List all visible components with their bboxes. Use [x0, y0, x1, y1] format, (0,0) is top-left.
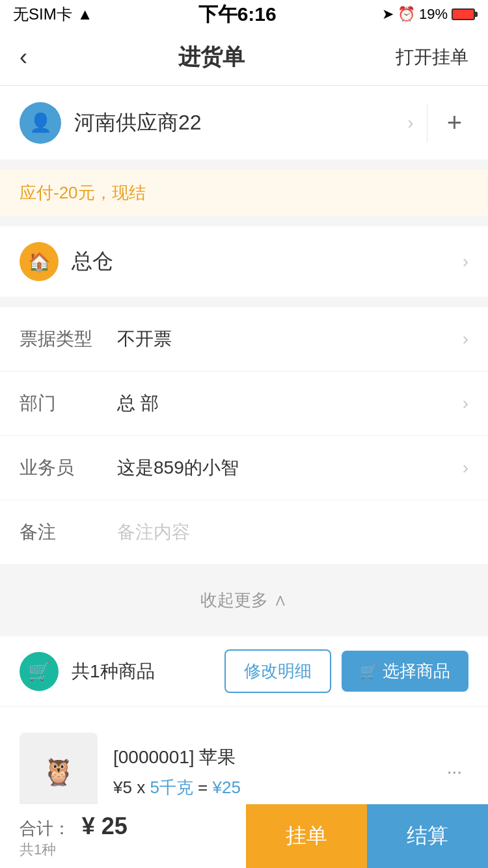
- settle-button[interactable]: 结算: [367, 804, 488, 868]
- quantity: 5千克: [150, 778, 193, 797]
- total-label: 合计：: [20, 819, 70, 838]
- location-icon: ➤: [382, 6, 394, 23]
- cart-icon: 🛒: [28, 660, 51, 682]
- note-row[interactable]: 备注 备注内容: [0, 500, 488, 564]
- note-value[interactable]: 备注内容: [117, 520, 468, 545]
- salesman-row[interactable]: 业务员 这是859的小智 ›: [0, 436, 488, 500]
- ticket-type-row[interactable]: 票据类型 不开票 ›: [0, 307, 488, 372]
- open-hang-button[interactable]: 打开挂单: [396, 45, 468, 70]
- warehouse-row[interactable]: 🏠 总仓 ›: [0, 226, 488, 297]
- supplier-chevron-icon: ›: [407, 113, 413, 133]
- select-label: 选择商品: [383, 660, 450, 683]
- ticket-type-label: 票据类型: [20, 327, 98, 351]
- total-amount: ¥ 25: [82, 813, 128, 839]
- warehouse-chevron-icon: ›: [463, 251, 468, 272]
- supplier-avatar: 👤: [20, 102, 61, 144]
- battery-icon: [452, 8, 475, 20]
- salesman-value: 这是859的小智: [117, 455, 463, 480]
- product-thumbnail: 🦉: [20, 733, 98, 811]
- warehouse-name: 总仓: [72, 247, 463, 276]
- owl-icon: 🦉: [42, 757, 75, 787]
- notice-bar: 应付-20元，现结: [0, 170, 488, 216]
- warehouse-icon: 🏠: [20, 242, 59, 281]
- wifi-icon: ▲: [77, 5, 93, 23]
- more-button[interactable]: ···: [441, 755, 468, 789]
- ticket-type-value: 不开票: [117, 327, 463, 351]
- ticket-chevron-icon: ›: [463, 329, 468, 349]
- status-right: ➤ ⏰ 19%: [382, 6, 475, 23]
- dept-label: 部门: [20, 391, 98, 416]
- product-info: [0000001] 苹果 ¥5 x 5千克 = ¥25: [113, 745, 441, 799]
- status-bar: 无SIM卡 ▲ 下午6:16 ➤ ⏰ 19%: [0, 0, 488, 29]
- salesman-label: 业务员: [20, 455, 98, 480]
- product-code: [0000001]: [113, 747, 195, 767]
- dept-row[interactable]: 部门 总 部 ›: [0, 372, 488, 436]
- total-price: ¥25: [213, 778, 241, 797]
- select-icon: 🛒: [360, 663, 377, 680]
- carrier-text: 无SIM卡: [13, 4, 72, 25]
- dept-chevron-icon: ›: [463, 393, 468, 414]
- total-count: 共1种: [20, 840, 226, 860]
- collapse-row[interactable]: 收起更多 ∧: [0, 575, 488, 626]
- equals-sign: =: [198, 778, 212, 797]
- product-price-row: ¥5 x 5千克 = ¥25: [113, 776, 441, 799]
- status-time: 下午6:16: [198, 1, 277, 28]
- product-count: 共1种商品: [72, 659, 224, 684]
- collapse-label: 收起更多 ∧: [200, 590, 287, 610]
- alarm-icon: ⏰: [398, 6, 415, 23]
- supplier-name: 河南供应商22: [74, 109, 407, 137]
- divider: [427, 103, 427, 142]
- product-header: 🛒 共1种商品 修改明细 🛒 选择商品: [0, 636, 488, 707]
- salesman-chevron-icon: ›: [463, 457, 468, 478]
- status-left: 无SIM卡 ▲: [13, 4, 92, 25]
- product-section: 🛒 共1种商品 修改明细 🛒 选择商品 🦉 [0000001] 苹果 ¥5 x …: [0, 636, 488, 826]
- bottom-bar: 合计： ¥ 25 共1种 挂单 结算: [0, 804, 488, 868]
- total-section: 合计： ¥ 25 共1种: [0, 813, 246, 860]
- notice-text: 应付-20元，现结: [20, 183, 146, 202]
- nav-bar: ‹ 进货单 打开挂单: [0, 29, 488, 86]
- edit-detail-button[interactable]: 修改明细: [224, 649, 331, 693]
- back-button[interactable]: ‹: [20, 44, 27, 71]
- unit-price: ¥5: [113, 778, 132, 797]
- add-supplier-button[interactable]: +: [441, 102, 468, 144]
- avatar-icon: 👤: [29, 112, 52, 133]
- supplier-section: 👤 河南供应商22 › +: [0, 86, 488, 159]
- multiply-sign: x: [137, 778, 150, 797]
- form-section: 票据类型 不开票 › 部门 总 部 › 业务员 这是859的小智 › 备注 备注…: [0, 307, 488, 564]
- product-title: 苹果: [199, 747, 236, 767]
- page-title: 进货单: [178, 42, 245, 72]
- product-icon: 🛒: [20, 652, 59, 691]
- supplier-row[interactable]: 👤 河南供应商22 › +: [0, 86, 488, 159]
- note-label: 备注: [20, 520, 98, 545]
- select-product-button[interactable]: 🛒 选择商品: [342, 651, 468, 692]
- hang-button[interactable]: 挂单: [246, 804, 367, 868]
- battery-text: 19%: [419, 6, 448, 23]
- product-name: [0000001] 苹果: [113, 745, 441, 770]
- dept-value: 总 部: [117, 391, 463, 416]
